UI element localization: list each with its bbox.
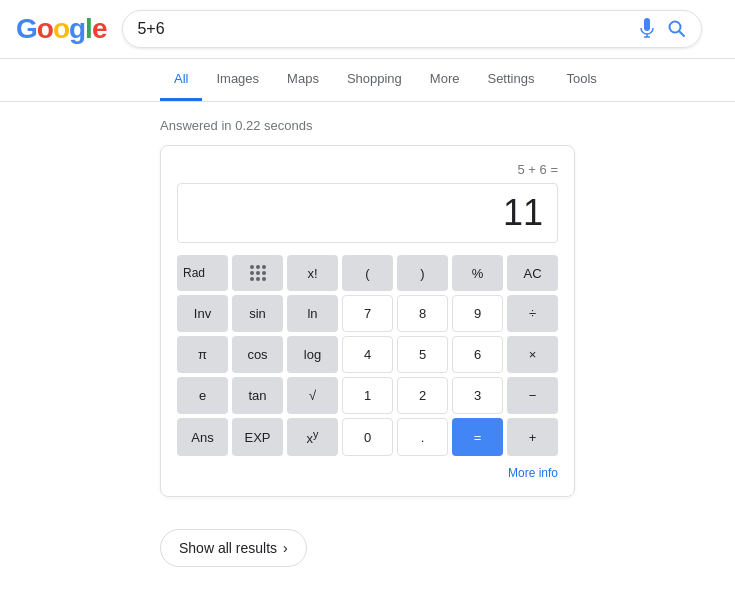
btn-6[interactable]: 6 bbox=[452, 336, 503, 373]
btn-open-paren[interactable]: ( bbox=[342, 255, 393, 291]
calc-grid: Rad x! ( ) % AC Inv sin ln 7 8 9 ÷ bbox=[177, 255, 558, 456]
btn-4[interactable]: 4 bbox=[342, 336, 393, 373]
search-bar bbox=[122, 10, 702, 48]
show-results-label: Show all results bbox=[179, 540, 277, 556]
show-results-button[interactable]: Show all results › bbox=[160, 529, 307, 567]
btn-tan[interactable]: tan bbox=[232, 377, 283, 414]
btn-inv[interactable]: Inv bbox=[177, 295, 228, 332]
btn-equals[interactable]: = bbox=[452, 418, 503, 456]
tab-tools[interactable]: Tools bbox=[552, 59, 610, 101]
tab-more[interactable]: More bbox=[416, 59, 474, 101]
nav-tabs: All Images Maps Shopping More Settings T… bbox=[0, 59, 735, 102]
btn-power[interactable]: xy bbox=[287, 418, 338, 456]
btn-ac[interactable]: AC bbox=[507, 255, 558, 291]
nav-right: Settings Tools bbox=[473, 59, 610, 101]
search-input[interactable] bbox=[137, 20, 637, 38]
btn-ans[interactable]: Ans bbox=[177, 418, 228, 456]
more-info-link[interactable]: More info bbox=[177, 466, 558, 480]
btn-1[interactable]: 1 bbox=[342, 377, 393, 414]
google-logo: Google bbox=[16, 13, 106, 45]
btn-9[interactable]: 9 bbox=[452, 295, 503, 332]
btn-close-paren[interactable]: ) bbox=[397, 255, 448, 291]
btn-log[interactable]: log bbox=[287, 336, 338, 373]
calculator-card: 5 + 6 = 11 Rad x! ( ) % AC Inv sin ln bbox=[160, 145, 575, 497]
calc-expression: 5 + 6 = bbox=[177, 162, 558, 177]
btn-7[interactable]: 7 bbox=[342, 295, 393, 332]
btn-e[interactable]: e bbox=[177, 377, 228, 414]
btn-decimal[interactable]: . bbox=[397, 418, 448, 456]
btn-sin[interactable]: sin bbox=[232, 295, 283, 332]
btn-5[interactable]: 5 bbox=[397, 336, 448, 373]
btn-divide[interactable]: ÷ bbox=[507, 295, 558, 332]
tab-all[interactable]: All bbox=[160, 59, 202, 101]
btn-subtract[interactable]: − bbox=[507, 377, 558, 414]
btn-rad[interactable]: Rad bbox=[177, 255, 228, 291]
svg-rect-0 bbox=[644, 18, 650, 31]
btn-2[interactable]: 2 bbox=[397, 377, 448, 414]
btn-0[interactable]: 0 bbox=[342, 418, 393, 456]
tab-images[interactable]: Images bbox=[202, 59, 273, 101]
btn-sqrt[interactable]: √ bbox=[287, 377, 338, 414]
btn-pi[interactable]: π bbox=[177, 336, 228, 373]
tab-settings[interactable]: Settings bbox=[473, 59, 548, 101]
btn-3[interactable]: 3 bbox=[452, 377, 503, 414]
search-icon[interactable] bbox=[667, 19, 687, 39]
btn-exp[interactable]: EXP bbox=[232, 418, 283, 456]
btn-factorial[interactable]: x! bbox=[287, 255, 338, 291]
grid-dots-icon bbox=[250, 265, 266, 281]
btn-cos[interactable]: cos bbox=[232, 336, 283, 373]
btn-multiply[interactable]: × bbox=[507, 336, 558, 373]
content: Answered in 0.22 seconds 5 + 6 = 11 Rad … bbox=[0, 102, 735, 583]
btn-8[interactable]: 8 bbox=[397, 295, 448, 332]
btn-add[interactable]: + bbox=[507, 418, 558, 456]
tab-maps[interactable]: Maps bbox=[273, 59, 333, 101]
search-icons bbox=[637, 19, 687, 39]
header: Google bbox=[0, 0, 735, 59]
microphone-icon[interactable] bbox=[637, 19, 657, 39]
chevron-right-icon: › bbox=[283, 540, 288, 556]
answered-time: Answered in 0.22 seconds bbox=[160, 118, 575, 133]
btn-percent[interactable]: % bbox=[452, 255, 503, 291]
btn-dots[interactable] bbox=[232, 255, 283, 291]
tab-shopping[interactable]: Shopping bbox=[333, 59, 416, 101]
calc-display: 11 bbox=[177, 183, 558, 243]
btn-ln[interactable]: ln bbox=[287, 295, 338, 332]
svg-line-4 bbox=[679, 31, 684, 36]
